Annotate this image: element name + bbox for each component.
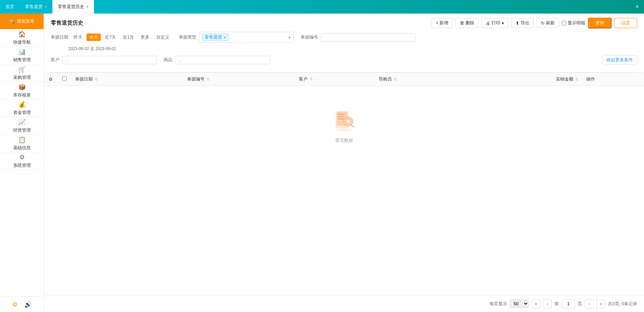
goods-ellipsis: ...: [178, 58, 182, 63]
sidebar-item-sales[interactable]: 📊 销售管理: [0, 47, 44, 64]
th-guide[interactable]: 导购员 ⇅: [375, 73, 470, 86]
th-checkbox[interactable]: [57, 73, 71, 86]
filter-goods-select[interactable]: ...: [175, 56, 270, 64]
home-icon: 🏠: [18, 30, 26, 38]
date-opt-more[interactable]: 更多: [138, 34, 152, 41]
filter-bill-no-input[interactable]: [321, 33, 415, 42]
th-customer-label: 客户: [299, 76, 308, 82]
th-bill-no[interactable]: 单据编号 ⇅: [183, 73, 295, 86]
query-button[interactable]: 查询: [588, 18, 612, 28]
page-input[interactable]: [562, 299, 575, 308]
sidebar: 🔍 搜索菜单 🏠 快捷导航 📊 销售管理 🛒 采购管理 📦 库存核算 💰: [0, 14, 44, 312]
filter-date-label: 单据日期: [51, 34, 68, 40]
th-bill-date[interactable]: 单据日期 ⇅: [71, 73, 183, 86]
filter-bill-type-select[interactable]: 零售退货 × ▾: [199, 32, 294, 43]
sidebar-item-quick-nav[interactable]: 🏠 快捷导航: [0, 29, 44, 47]
date-opt-yesterday[interactable]: 昨天: [71, 34, 85, 41]
bill-type-tag-value: 零售退货: [205, 34, 222, 40]
per-page-select[interactable]: 50 10 20 100: [510, 299, 529, 308]
sidebar-item-inventory-label: 库存核算: [13, 92, 31, 98]
th-bill-no-sort-icon: ⇅: [207, 77, 210, 81]
collapse-button[interactable]: 收起更多条件: [602, 55, 637, 65]
th-actions: 操作: [582, 73, 644, 86]
sidebar-search-label: 搜索菜单: [17, 18, 34, 24]
collapse-area: 收起更多条件: [602, 55, 637, 65]
print-label: 打印: [492, 20, 500, 26]
sidebar-search-button[interactable]: 🔍 搜索菜单: [0, 14, 44, 29]
show-detail-label: 显示明细: [568, 20, 585, 26]
data-table: ⚙ 单据日期 ⇅ 单据编号 ⇅: [44, 73, 644, 164]
next-page-button[interactable]: ›: [585, 299, 594, 308]
sidebar-item-operations[interactable]: 📈 经营管理: [0, 117, 44, 135]
filter-goods-label: 商品: [164, 57, 172, 63]
svg-point-0: [336, 128, 353, 132]
tab-home-label: 首页: [5, 4, 14, 10]
tab-retail-return-history[interactable]: 零售退货历史 ×: [52, 0, 94, 14]
th-settings[interactable]: ⚙: [44, 73, 57, 86]
empty-text: 暂无数据: [335, 137, 353, 143]
last-page-button[interactable]: »: [596, 299, 605, 308]
th-guide-label: 导购员: [379, 76, 392, 82]
top-bar: 首页 零售退货 × 零售退货历史 × ×: [0, 0, 644, 14]
th-actions-label: 操作: [586, 76, 595, 82]
th-bill-date-label: 单据日期: [75, 76, 93, 82]
sidebar-item-finance[interactable]: 💰 资金管理: [0, 99, 44, 117]
select-all-checkbox[interactable]: [62, 76, 67, 81]
settings-button[interactable]: 设置: [614, 18, 637, 28]
th-amount[interactable]: 实销金额 ⇅: [470, 73, 582, 86]
sales-icon: 📊: [18, 48, 26, 55]
bill-type-tag-close[interactable]: ×: [223, 35, 226, 40]
show-detail-checkbox[interactable]: [562, 21, 566, 25]
table-header: ⚙ 单据日期 ⇅ 单据编号 ⇅: [44, 73, 644, 86]
filter-row-2: 客户 ... 商品 ... 收起更多条件: [51, 55, 637, 65]
filter-bill-no-item: 单据编号: [301, 33, 415, 42]
svg-rect-3: [338, 114, 345, 115]
first-page-button[interactable]: «: [531, 299, 540, 308]
refresh-button[interactable]: ↻ 刷新: [536, 18, 559, 28]
per-page-label: 每页显示: [490, 301, 507, 307]
print-icon: 🖨: [486, 21, 490, 26]
window-close-button[interactable]: ×: [630, 0, 644, 14]
page-header: 零售退货历史 + 新增 🗑 删除 🖨 打印 ▾ ⬆ 导出 ↻: [44, 14, 644, 73]
date-opt-today[interactable]: 今天: [87, 34, 101, 41]
delete-button[interactable]: 🗑 删除: [455, 18, 479, 28]
sidebar-nav: 🏠 快捷导航 📊 销售管理 🛒 采购管理 📦 库存核算 💰 资金管理 📈: [0, 29, 44, 296]
new-button[interactable]: + 新增: [431, 18, 453, 28]
tab-home[interactable]: 首页: [0, 0, 20, 14]
date-opt-custom[interactable]: 自定义: [153, 34, 172, 41]
search-icon: 🔍: [9, 19, 15, 24]
sidebar-item-inventory[interactable]: 📦 库存核算: [0, 82, 44, 99]
sidebar-item-basic-info[interactable]: 📋 基础信息: [0, 135, 44, 152]
tab-retail-return-close[interactable]: ×: [45, 4, 47, 9]
tab-retail-return-history-label: 零售退货历史: [58, 4, 84, 10]
total-label: 共0页, 0条记录: [608, 301, 637, 307]
sidebar-item-purchase[interactable]: 🛒 采购管理: [0, 64, 44, 82]
filter-customer-select[interactable]: ...: [62, 56, 157, 64]
date-opt-1month[interactable]: 近1月: [120, 34, 137, 41]
tab-bar: 首页 零售退货 × 零售退货历史 ×: [0, 0, 630, 14]
filter-customer-item: 客户 ...: [51, 56, 157, 64]
page-header-top: 零售退货历史 + 新增 🗑 删除 🖨 打印 ▾ ⬆ 导出 ↻: [51, 18, 637, 28]
show-detail-area: 显示明细: [562, 20, 585, 26]
header-actions: + 新增 🗑 删除 🖨 打印 ▾ ⬆ 导出 ↻ 刷新: [431, 18, 637, 28]
pagination-bar: 每页显示 50 10 20 100 « ‹ 第 页 › » 共0页, 0条记录: [44, 295, 644, 312]
system-icon: ⚙: [19, 154, 25, 161]
svg-rect-4: [338, 116, 343, 117]
page-suffix: 页: [578, 301, 582, 307]
th-guide-sort-icon: ⇅: [394, 77, 397, 81]
export-button[interactable]: ⬆ 导出: [511, 18, 534, 28]
th-customer[interactable]: 客户 ⇅: [295, 73, 375, 86]
sidebar-item-finance-label: 资金管理: [13, 110, 31, 116]
sidebar-settings-icon[interactable]: ⚙: [12, 301, 18, 308]
print-button[interactable]: 🖨 打印 ▾: [481, 18, 508, 28]
refresh-icon: ↻: [541, 21, 545, 26]
tab-retail-return[interactable]: 零售退货 ×: [20, 0, 52, 14]
sidebar-item-system[interactable]: ⚙ 系统管理: [0, 152, 44, 170]
tab-retail-return-history-close[interactable]: ×: [86, 4, 89, 9]
filter-bill-type-label: 单据类型: [179, 34, 196, 40]
sidebar-audio-icon[interactable]: 🔊: [24, 301, 32, 308]
date-opt-7days[interactable]: 近7天: [102, 34, 119, 41]
filter-date-range-display: 2023-06-02 至 2023-06-02: [68, 46, 116, 52]
svg-point-6: [344, 117, 353, 126]
prev-page-button[interactable]: ‹: [543, 299, 552, 308]
